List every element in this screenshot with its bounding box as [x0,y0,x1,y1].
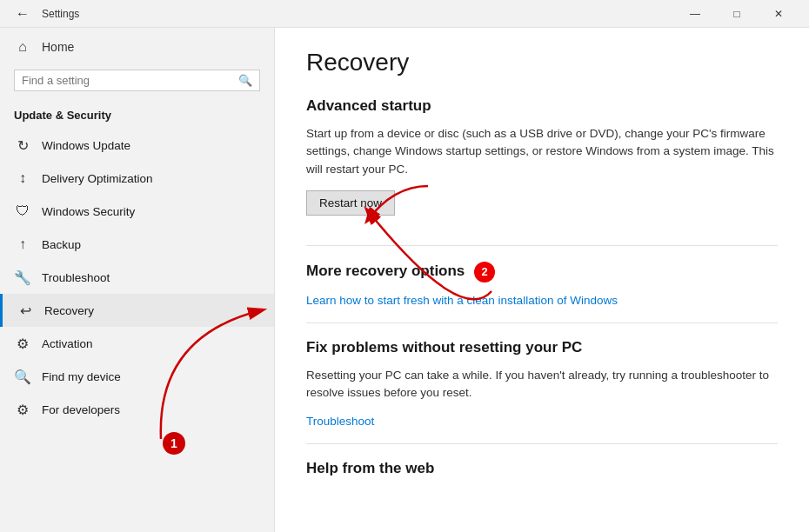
advanced-startup-desc: Start up from a device or disc (such as … [306,125,776,178]
maximize-button[interactable]: □ [717,0,757,28]
sidebar-item-find-my-device[interactable]: 🔍Find my device [0,360,274,393]
sidebar-item-label: Recovery [44,304,94,317]
sidebar-item-label: Activation [42,337,93,350]
sidebar-item-recovery[interactable]: ↩Recovery [0,294,274,327]
help-web-title: Help from the web [306,460,778,477]
search-box[interactable]: 🔍 [14,70,260,91]
help-web-section: Help from the web [306,460,778,477]
sidebar-item-label: For developers [42,403,120,416]
for-developers-icon: ⚙ [14,401,31,418]
sidebar-item-activation[interactable]: ⚙Activation [0,327,274,360]
troubleshoot-icon: 🔧 [14,269,31,286]
divider-1 [306,245,778,246]
content-area: Recovery Advanced startup Start up from … [275,28,809,532]
sidebar-section-title: Update & Security [0,102,274,129]
sidebar-item-home[interactable]: ⌂ Home [0,28,274,66]
sidebar-item-label: Troubleshoot [42,271,110,284]
windows-security-icon: 🛡 [14,203,31,220]
page-title: Recovery [306,49,778,76]
sidebar-item-delivery-optimization[interactable]: ↕Delivery Optimization [0,162,274,195]
sidebar-item-label: Windows Update [42,139,130,152]
activation-icon: ⚙ [14,335,31,352]
find-my-device-icon: 🔍 [14,368,31,385]
home-label: Home [42,40,74,54]
windows-update-icon: ↻ [14,136,31,154]
sidebar-item-label: Backup [42,238,81,251]
troubleshoot-link[interactable]: Troubleshoot [306,415,374,428]
titlebar: ← Settings — □ ✕ [0,0,809,28]
home-icon: ⌂ [14,38,31,56]
sidebar-item-for-developers[interactable]: ⚙For developers [0,393,274,426]
badge-2: 2 [474,262,495,283]
sidebar-item-troubleshoot[interactable]: 🔧Troubleshoot [0,261,274,294]
window-controls: — □ ✕ [675,0,799,28]
divider-3 [306,443,778,444]
more-recovery-title: More recovery options 2 [306,262,778,283]
backup-icon: ↑ [14,236,31,253]
recovery-icon: ↩ [17,302,34,319]
sidebar-item-windows-security[interactable]: 🛡Windows Security [0,195,274,228]
back-button[interactable]: ← [10,2,35,26]
restart-now-button[interactable]: Restart now [306,190,395,216]
search-icon: 🔍 [238,74,252,87]
advanced-startup-section: Advanced startup Start up from a device … [306,97,778,229]
close-button[interactable]: ✕ [759,0,799,28]
fix-problems-title: Fix problems without resetting your PC [306,339,778,356]
clean-install-link[interactable]: Learn how to start fresh with a clean in… [306,294,618,307]
minimize-button[interactable]: — [675,0,715,28]
sidebar-item-backup[interactable]: ↑Backup [0,228,274,261]
more-recovery-section: More recovery options 2 Learn how to sta… [306,262,778,307]
sidebar-item-label: Find my device [42,370,121,383]
sidebar-item-windows-update[interactable]: ↻Windows Update [0,129,274,162]
advanced-startup-title: Advanced startup [306,97,778,115]
sidebar-nav: ↻Windows Update↕Delivery Optimization🛡Wi… [0,129,274,426]
delivery-optimization-icon: ↕ [14,170,31,187]
divider-2 [306,323,778,323]
app-title: Settings [42,8,79,20]
sidebar-item-label: Delivery Optimization [42,172,153,185]
fix-problems-section: Fix problems without resetting your PC R… [306,339,778,429]
sidebar: ⌂ Home 🔍 Update & Security ↻Windows Upda… [0,28,275,532]
main-layout: ⌂ Home 🔍 Update & Security ↻Windows Upda… [0,28,809,532]
search-input[interactable] [22,74,238,87]
sidebar-item-label: Windows Security [42,205,135,218]
fix-problems-desc: Resetting your PC can take a while. If y… [306,367,776,402]
